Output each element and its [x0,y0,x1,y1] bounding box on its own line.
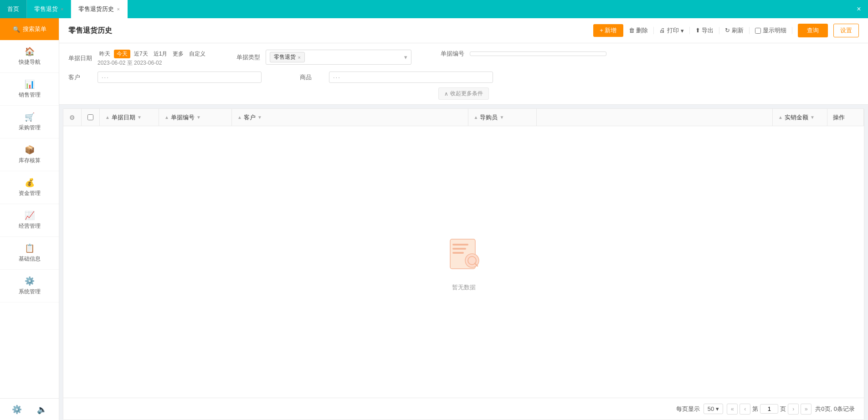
no-filter-label: 单据编号 [441,50,466,58]
th-spacer [537,109,773,126]
delete-button-label: 🗑 删除 [629,26,648,35]
customer-filter-label: 客户 [68,73,94,82]
date-opt-more[interactable]: 更多 [171,50,185,58]
main-content: 零售退货历史 + 新增 🗑 删除 🖨 打印 ▾ ⬆ 导出 [59,18,868,420]
collapse-icon: ∧ [444,91,448,97]
divider-5 [792,27,792,34]
th-guide-label: 导购员 [480,113,498,122]
date-opt-today[interactable]: 今天 [114,50,130,58]
sidebar-item-operation-label: 经营管理 [19,222,41,230]
sort-desc-icon-customer: ▼ [257,115,262,120]
table-header: ⚙ ▲ 单据日期 ▼ ▲ 单据编号 ▼ ▲ 客户 ▼ [63,109,864,126]
sidebar-item-system[interactable]: ⚙️ 系统管理 [0,270,59,302]
sidebar-item-sales[interactable]: 📊 销售管理 [0,73,59,106]
print-button[interactable]: 🖨 打印 ▾ [659,26,684,35]
settings-bottom-icon[interactable]: ⚙️ [12,405,22,415]
svg-rect-2 [452,248,466,250]
th-date[interactable]: ▲ 单据日期 ▼ [100,109,159,126]
per-page-select[interactable]: 50 ▾ [704,404,723,414]
filter-row-1: 单据日期 昨天 今天 近7天 近1月 更多 自定义 2023-06-02 至 2… [68,50,859,67]
th-amount-label: 实销金额 [785,113,808,122]
refresh-button[interactable]: ↻ 刷新 [725,26,744,35]
export-button-label: ⬆ 导出 [695,26,714,35]
svg-rect-1 [452,244,468,246]
sort-desc-icon-no: ▼ [196,115,201,120]
divider-2 [689,27,690,34]
search-menu-label: 搜索菜单 [23,25,46,33]
filter-area: 单据日期 昨天 今天 近7天 近1月 更多 自定义 2023-06-02 至 2… [59,43,868,105]
th-no[interactable]: ▲ 单据编号 ▼ [159,109,232,126]
page-input[interactable] [760,404,778,414]
sidebar-item-purchase[interactable]: 🛒 采购管理 [0,106,59,138]
tab-retail-return-history-close[interactable]: × [117,6,119,12]
query-button[interactable]: 查询 [798,24,828,37]
date-opt-7days[interactable]: 近7天 [132,50,150,58]
date-opt-1month[interactable]: 近1月 [152,50,169,58]
page-next-button[interactable]: › [788,404,799,415]
sort-asc-icon: ▲ [105,115,110,120]
filter-row-2: 客户 ··· 商品 ··· [68,72,859,83]
tab-retail-return-close[interactable]: × [61,6,63,12]
goods-filter: 商品 ··· [300,72,493,83]
type-filter: 单据类型 零售退货 × ▾ [236,50,411,65]
date-options-group: 昨天 今天 近7天 近1月 更多 自定义 2023-06-02 至 2023-0… [98,50,207,67]
purchase-icon: 🛒 [25,112,35,122]
settings-gear-icon[interactable]: ⚙ [69,114,75,121]
th-customer-label: 客户 [244,113,256,122]
pagination-bar: 每页显示 50 ▾ « ‹ 第 页 › » 共0页, 0条记录 [63,398,864,420]
date-filter-label: 单据日期 [68,54,94,62]
sort-desc-icon-date: ▼ [137,115,142,120]
svg-rect-3 [452,252,464,254]
new-button[interactable]: + 新增 [593,24,623,37]
sidebar-item-basic-info-label: 基础信息 [19,255,41,263]
page-prev-button[interactable]: ‹ [740,404,750,415]
volume-icon[interactable]: 🔈 [37,405,47,415]
sidebar-item-basic-info[interactable]: 📋 基础信息 [0,237,59,270]
page-last-button[interactable]: » [801,404,812,415]
tab-retail-return-history-label: 零售退货历史 [78,5,114,13]
window-close-button[interactable]: × [850,5,868,13]
delete-button[interactable]: 🗑 删除 [629,26,648,35]
sidebar-item-quick-nav[interactable]: 🏠 快捷导航 [0,40,59,73]
export-button[interactable]: ⬆ 导出 [695,26,714,35]
sidebar-item-inventory[interactable]: 📦 库存核算 [0,138,59,171]
tab-home[interactable]: 首页 [0,0,27,18]
customer-input[interactable]: ··· [98,72,262,83]
search-menu-button[interactable]: 🔍 搜索菜单 [0,18,59,40]
page-title: 零售退货历史 [68,26,112,36]
sidebar: 🔍 搜索菜单 🏠 快捷导航 📊 销售管理 🛒 采购管理 📦 库存核算 💰 [0,18,59,420]
goods-filter-label: 商品 [300,73,325,82]
th-checkbox[interactable] [82,109,100,126]
settings-button[interactable]: 设置 [833,24,859,37]
type-tag-close[interactable]: × [298,55,300,60]
th-action-label: 操作 [833,113,845,122]
basic-info-icon: 📋 [25,243,35,253]
date-opt-custom[interactable]: 自定义 [187,50,207,58]
type-select[interactable]: 零售退货 × ▾ [266,50,411,65]
customer-filter: 客户 ··· [68,72,262,83]
top-bar: 首页 零售退货 × 零售退货历史 × × [0,0,868,18]
divider-1 [653,27,654,34]
date-range-value: 2023-06-02 至 2023-06-02 [98,59,207,67]
goods-input[interactable]: ··· [329,72,493,83]
th-customer[interactable]: ▲ 客户 ▼ [232,109,468,126]
sidebar-item-operation[interactable]: 📈 经营管理 [0,204,59,237]
print-dropdown-icon[interactable]: ▾ [681,27,684,34]
no-input[interactable] [470,51,606,56]
th-amount[interactable]: ▲ 实销金额 ▼ [773,109,827,126]
page-first-button[interactable]: « [727,404,738,415]
divider-4 [749,27,750,34]
sidebar-item-finance[interactable]: 💰 资金管理 [0,171,59,204]
date-opt-yesterday[interactable]: 昨天 [98,50,112,58]
tab-retail-return-history[interactable]: 零售退货历史 × [71,0,127,18]
tab-retail-return[interactable]: 零售退货 × [27,0,71,18]
no-filter: 单据编号 [441,50,606,58]
empty-text: 暂无数据 [452,283,476,292]
select-all-checkbox[interactable] [87,114,93,120]
show-detail-checkbox-area[interactable]: 显示明细 [755,26,786,35]
th-guide[interactable]: ▲ 导购员 ▼ [468,109,537,126]
collapse-button[interactable]: ∧ 收起更多条件 [438,87,489,100]
th-settings[interactable]: ⚙ [63,109,82,126]
finance-icon: 💰 [25,178,35,188]
show-detail-checkbox[interactable] [755,28,761,34]
